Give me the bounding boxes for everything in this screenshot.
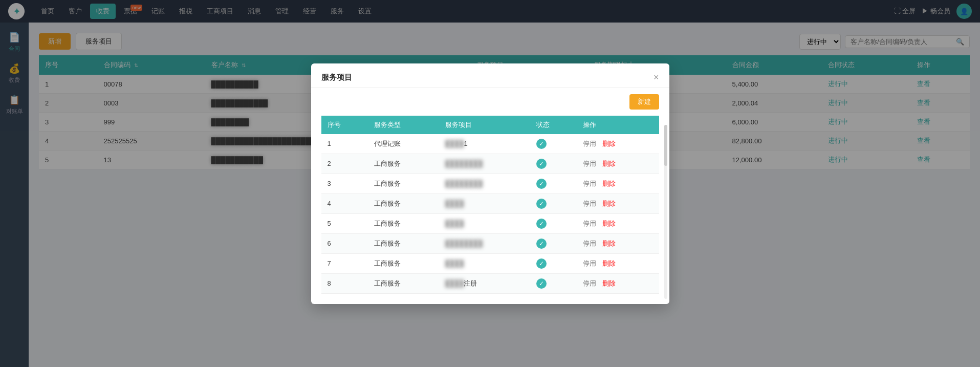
stop-button[interactable]: 停用 (583, 279, 596, 287)
status-check-icon: ✓ (536, 159, 547, 169)
modal-scrollbar[interactable] (664, 125, 667, 299)
status-check-icon: ✓ (536, 278, 547, 289)
delete-button[interactable]: 删除 (602, 240, 616, 247)
modal-col-action: 操作 (577, 116, 659, 134)
status-check-icon: ✓ (536, 258, 547, 269)
modal: 服务项目 × 新建 序号 服务类型 服务项目 状态 操作 (311, 63, 669, 304)
modal-col-type: 服务类型 (368, 116, 439, 134)
stop-button[interactable]: 停用 (583, 200, 596, 207)
delete-button[interactable]: 删除 (602, 180, 616, 187)
modal-col-project: 服务项目 (439, 116, 530, 134)
delete-button[interactable]: 删除 (602, 160, 616, 167)
modal-toolbar: 新建 (311, 88, 669, 116)
delete-button[interactable]: 删除 (602, 220, 616, 227)
status-check-icon: ✓ (536, 199, 547, 209)
modal-table-row: 5 工商服务 ████ ✓ 停用 删除 (321, 213, 659, 233)
status-check-icon: ✓ (536, 239, 547, 249)
modal-col-status: 状态 (530, 116, 577, 134)
modal-close-button[interactable]: × (654, 73, 659, 82)
modal-table-row: 7 工商服务 ████ ✓ 停用 删除 (321, 253, 659, 273)
modal-body: 序号 服务类型 服务项目 状态 操作 1 代理记账 ████1 ✓ 停用 (311, 116, 669, 304)
modal-table-row: 6 工商服务 ████████ ✓ 停用 删除 (321, 233, 659, 253)
stop-button[interactable]: 停用 (583, 180, 596, 187)
delete-button[interactable]: 删除 (602, 200, 616, 207)
delete-button[interactable]: 删除 (602, 140, 616, 147)
stop-button[interactable]: 停用 (583, 240, 596, 247)
status-check-icon: ✓ (536, 139, 547, 149)
overlay[interactable]: 服务项目 × 新建 序号 服务类型 服务项目 状态 操作 (0, 0, 980, 367)
delete-button[interactable]: 删除 (602, 279, 616, 287)
modal-header: 服务项目 × (311, 63, 669, 88)
modal-table: 序号 服务类型 服务项目 状态 操作 1 代理记账 ████1 ✓ 停用 (321, 116, 659, 294)
scrollbar-thumb (664, 125, 667, 166)
modal-new-button[interactable]: 新建 (629, 94, 659, 110)
status-check-icon: ✓ (536, 179, 547, 189)
modal-table-row: 4 工商服务 ████ ✓ 停用 删除 (321, 193, 659, 213)
modal-table-row: 2 工商服务 ████████ ✓ 停用 删除 (321, 154, 659, 174)
modal-title: 服务项目 (321, 73, 352, 82)
stop-button[interactable]: 停用 (583, 260, 596, 267)
modal-table-row: 1 代理记账 ████1 ✓ 停用 删除 (321, 134, 659, 154)
stop-button[interactable]: 停用 (583, 220, 596, 227)
delete-button[interactable]: 删除 (602, 260, 616, 267)
modal-table-row: 3 工商服务 ████████ ✓ 停用 删除 (321, 174, 659, 193)
modal-table-row: 8 工商服务 ████注册 ✓ 停用 删除 (321, 273, 659, 293)
modal-col-seq: 序号 (321, 116, 368, 134)
stop-button[interactable]: 停用 (583, 140, 596, 147)
stop-button[interactable]: 停用 (583, 160, 596, 167)
status-check-icon: ✓ (536, 219, 547, 229)
